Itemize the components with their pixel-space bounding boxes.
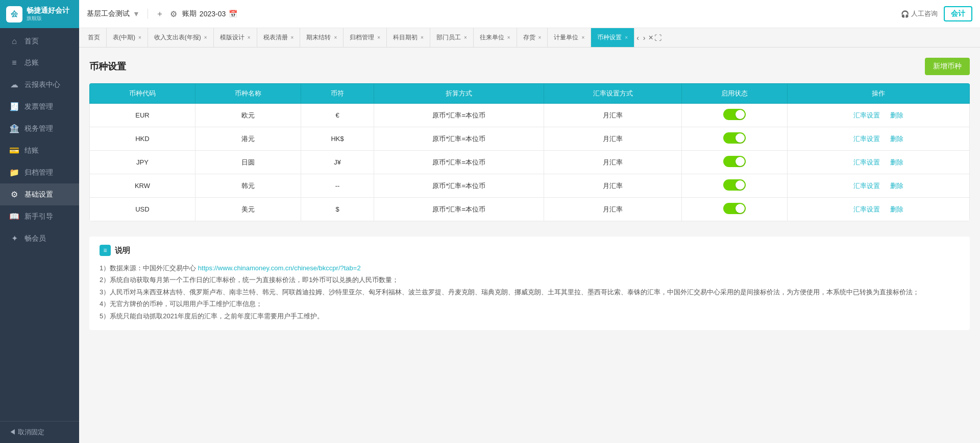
tab-balance[interactable]: 表(中期) × (107, 28, 148, 47)
settings-icon: ⚙ (9, 190, 19, 199)
tab-taxclear-label: 税表清册 (263, 33, 288, 42)
tab-archivemgt[interactable]: 归档管理 × (344, 28, 387, 47)
sidebar-item-member[interactable]: ✦ 畅会员 (0, 227, 79, 249)
sidebar-item-checkout[interactable]: 💳 结账 (0, 139, 79, 161)
tab-template[interactable]: 模版设计 × (214, 28, 257, 47)
status-toggle[interactable] (723, 203, 746, 214)
cell-code: KRW (90, 174, 195, 198)
tab-income-close[interactable]: × (204, 35, 207, 40)
tab-units[interactable]: 计量单位 × (548, 28, 591, 47)
invoice-icon: 🧾 (9, 102, 19, 111)
status-toggle[interactable] (723, 109, 746, 120)
tab-balance-label: 表(中期) (113, 33, 135, 42)
tab-archivemgt-close[interactable]: × (377, 35, 380, 40)
topbar-divider-1 (148, 9, 148, 19)
delete-link[interactable]: 删除 (890, 135, 903, 143)
sidebar-item-guide[interactable]: 📖 新手引导 (0, 205, 79, 227)
sidebar-item-home[interactable]: ⌂ 首页 (0, 31, 79, 52)
table-row: KRW 韩元 -- 原币*汇率=本位币 月汇率 汇率设置 删除 (90, 174, 970, 198)
currency-table: 币种代码 币种名称 币符 折算方式 汇率设置方式 启用状态 操作 EUR 欧元 … (89, 83, 970, 221)
sidebar-item-reports[interactable]: ☁ 云报表中心 (0, 74, 79, 96)
tab-currency-close[interactable]: × (625, 35, 628, 40)
member-icon: ✦ (9, 234, 19, 243)
rate-setting-link[interactable]: 汇率设置 (853, 111, 880, 119)
project-name: 基层工会测试 (87, 9, 130, 18)
app-edition: 旗舰版 (27, 15, 69, 22)
tab-subjects-close[interactable]: × (421, 35, 424, 40)
sidebar-item-ledger[interactable]: ≡ 总账 (0, 52, 79, 74)
status-toggle[interactable] (723, 179, 746, 191)
tab-customers-close[interactable]: × (507, 35, 510, 40)
cell-status (682, 174, 788, 198)
kuaiji-button[interactable]: 会计 (944, 6, 972, 21)
status-toggle[interactable] (723, 156, 746, 167)
notes-item: 4）无官方牌价的币种，可以用用户手工维护汇率信息； (100, 298, 960, 310)
sidebar-toggle-pin[interactable]: ◀ 取消固定 (0, 421, 79, 443)
cell-status (682, 127, 788, 151)
delete-link[interactable]: 删除 (890, 205, 903, 213)
project-selector[interactable]: 基层工会测试 ▼ (87, 9, 140, 18)
delete-link[interactable]: 删除 (890, 111, 903, 119)
tab-yearend-close[interactable]: × (334, 35, 337, 40)
topbar-actions: ＋ ⚙ (156, 9, 177, 19)
rate-setting-link[interactable]: 汇率设置 (853, 158, 880, 166)
tab-inventory[interactable]: 存货 × (517, 28, 548, 47)
rate-setting-link[interactable]: 汇率设置 (853, 135, 880, 143)
tab-balance-close[interactable]: × (138, 35, 141, 40)
notes-link[interactable]: https://www.chinamoney.com.cn/chinese/bk… (198, 264, 361, 272)
tab-income[interactable]: 收入支出表(年报) × (148, 28, 214, 47)
tab-close-all-button[interactable]: × (648, 33, 653, 42)
delete-link[interactable]: 删除 (890, 158, 903, 166)
status-toggle[interactable] (723, 132, 746, 144)
table-row: EUR 欧元 € 原币*汇率=本位币 月汇率 汇率设置 删除 (90, 104, 970, 127)
tab-inventory-close[interactable]: × (538, 35, 542, 40)
notes-item: 3）人民币对马来西亚林吉特、俄罗斯卢布、南非兰特、韩元、阿联酋迪拉姆、沙特里亚尔… (100, 286, 960, 298)
cell-actions: 汇率设置 删除 (788, 104, 970, 127)
cell-rate-type: 月汇率 (544, 151, 682, 174)
sidebar-item-invoice[interactable]: 🧾 发票管理 (0, 96, 79, 118)
tab-template-close[interactable]: × (248, 35, 251, 40)
delete-link[interactable]: 删除 (890, 182, 903, 190)
tab-home[interactable]: 首页 (82, 28, 107, 47)
sidebar-item-settings[interactable]: ⚙ 基础设置 (0, 183, 79, 205)
tab-template-label: 模版设计 (220, 33, 244, 42)
tab-next-button[interactable]: › (641, 34, 648, 42)
tab-taxclear-close[interactable]: × (291, 35, 294, 40)
tab-units-close[interactable]: × (581, 35, 584, 40)
tab-archivemgt-label: 归档管理 (350, 33, 374, 42)
cell-symbol: HK$ (301, 127, 374, 151)
tab-yearend[interactable]: 期末结转 × (300, 28, 344, 47)
tab-dept-close[interactable]: × (464, 35, 467, 40)
tab-currency-label: 币种设置 (597, 33, 622, 42)
tab-taxclear[interactable]: 税表清册 × (257, 28, 301, 47)
sidebar-item-tax[interactable]: 🏦 税务管理 (0, 118, 79, 139)
settings-gear-button[interactable]: ⚙ (170, 9, 177, 19)
sidebar-item-label-checkout: 结账 (24, 146, 39, 155)
sidebar-item-archive[interactable]: 📁 归档管理 (0, 161, 79, 183)
cell-actions: 汇率设置 删除 (788, 127, 970, 151)
new-currency-button[interactable]: 新增币种 (925, 58, 970, 75)
content-area: 币种设置 新增币种 币种代码 币种名称 币符 折算方式 汇率设置方式 启用状态 … (79, 48, 980, 443)
rate-setting-link[interactable]: 汇率设置 (853, 182, 880, 190)
rate-setting-link[interactable]: 汇率设置 (853, 205, 880, 213)
cell-calc: 原币*汇率=本位币 (374, 104, 544, 127)
table-row: USD 美元 $ 原币*汇率=本位币 月汇率 汇率设置 删除 (90, 198, 970, 221)
tab-customers[interactable]: 往来单位 × (474, 28, 517, 47)
tab-prev-button[interactable]: ‹ (634, 34, 641, 42)
notes-section: ≡ 说明 1）数据来源：中国外汇交易中心 https://www.chinamo… (89, 237, 970, 330)
cell-name: 美元 (195, 198, 301, 221)
notes-item: 1）数据来源：中国外汇交易中心 https://www.chinamoney.c… (100, 262, 960, 274)
tab-dept[interactable]: 部门员工 × (430, 28, 474, 47)
calendar-icon[interactable]: 📅 (229, 10, 237, 18)
col-header-calc: 折算方式 (374, 84, 544, 104)
tab-expand-button[interactable]: ⛶ (654, 34, 662, 42)
page-header: 币种设置 新增币种 (89, 58, 970, 75)
support-button[interactable]: 🎧 人工咨询 (901, 9, 938, 18)
cell-rate-type: 月汇率 (544, 127, 682, 151)
sidebar-nav: ⌂ 首页 ≡ 总账 ☁ 云报表中心 🧾 发票管理 🏦 税务管理 💳 结账 📁 归… (0, 28, 79, 421)
tab-subjects[interactable]: 科目期初 × (387, 28, 430, 47)
logo-icon: 会 (6, 6, 22, 22)
tab-currency[interactable]: 币种设置 × (591, 28, 634, 47)
add-tab-button[interactable]: ＋ (156, 9, 164, 19)
cell-symbol: J¥ (301, 151, 374, 174)
